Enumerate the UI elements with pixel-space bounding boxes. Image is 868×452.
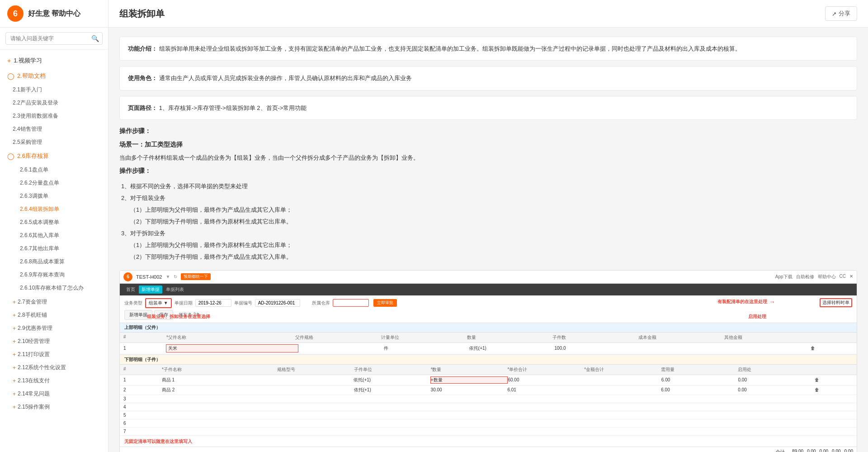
sidebar-item-docs[interactable]: ◯ 2.帮助文档 — [0, 69, 108, 83]
sidebar-item-cost-adjust[interactable]: 2.6.5成本调整单 — [0, 216, 108, 229]
sidebar-item-install[interactable]: 2.2产品安装及登录 — [0, 96, 108, 109]
sidebar-item-partial-stocktake[interactable]: 2.6.2分量盘点单 — [0, 176, 108, 190]
sidebar-header: 6 好生意 帮助中心 — [0, 0, 108, 28]
sidebar-item-ops[interactable]: + 2.10经营管理 — [0, 335, 108, 348]
ann2-text: 选择转料时单 — [820, 298, 852, 307]
intro-block: 功能介绍： 组装拆卸单用来处理企业组装或拆卸等加工业务，支持有固定装配清单的产品… — [119, 37, 857, 61]
lower-r1-name: 商品 1 — [162, 377, 277, 383]
sidebar-item-system[interactable]: + 2.12系统个性化设置 — [0, 361, 108, 374]
nav-section-video: + 1.视频学习 — [0, 53, 108, 68]
search-icon[interactable]: 🔍 — [91, 35, 99, 42]
annotation-1: 有装配清单的在这里处理 → — [717, 298, 775, 305]
upper-col-action — [810, 334, 853, 341]
lower-r1-enable: 0.00 — [738, 377, 815, 382]
sidebar-item-coupon[interactable]: + 2.9优惠券管理 — [0, 322, 108, 335]
annotation-4: 启用处理 — [748, 313, 766, 320]
mock-nav-items: 首页 新增单据 单据列表 — [123, 285, 187, 294]
mock-title-text: TEST-H002 — [136, 274, 162, 280]
mock-save-btn[interactable]: 立即审批 — [373, 299, 397, 307]
upper-col-spec: 父件规格 — [295, 334, 381, 341]
mock-date-input[interactable] — [195, 299, 231, 307]
mock-nav-list[interactable]: 单据列表 — [163, 285, 187, 294]
upper-r1-name[interactable]: 关米 — [166, 344, 298, 352]
intro-text: 组装拆卸单用来处理企业组装或拆卸等加工业务，支持有固定装配清单的产品加工业务，也… — [159, 45, 741, 52]
lower-r1-act[interactable]: 🗑 — [815, 377, 853, 382]
app-name: 好生意 帮助中心 — [28, 9, 80, 19]
page-title: 组装拆卸单 — [119, 8, 165, 20]
sidebar-item-video[interactable]: + 1.视频学习 — [0, 53, 108, 68]
sidebar-item-assembly[interactable]: 2.6.4组装拆卸单 — [0, 203, 108, 216]
ops-title: 操作步骤： — [119, 127, 857, 135]
mock-type-select[interactable]: 组装单 ▼ — [145, 298, 172, 308]
lower-r1-unit: 依托(+1) — [354, 377, 430, 383]
lower-r1-no: 1 — [123, 377, 162, 382]
step3-sub-list: （1）上部明细为父件明细，最终作为原材料生成其它出库单； （2）下部明细为子件明… — [121, 239, 857, 263]
help-icon: 自助检修 — [796, 274, 814, 280]
mock-upper-table: 上部明细（父件） # *父件名称 父件规格 计量单位 数量 子件数 成本金额 其… — [120, 323, 857, 354]
plus-icon-sm: + — [13, 299, 16, 305]
lower-r2-act[interactable]: 🗑 — [815, 387, 853, 392]
mock-dept-label: 所属仓库 — [312, 300, 330, 306]
minus-icon-inventory: ◯ — [7, 152, 14, 160]
plus-icon-sm3: + — [13, 325, 16, 332]
share-button[interactable]: ➚ 分享 — [825, 6, 857, 21]
lower-r1-qty[interactable]: +数量 — [430, 376, 508, 384]
mock-dept-input[interactable] — [333, 299, 369, 307]
sidebar-item-mobile[interactable]: + 2.8手机旺铺 — [0, 309, 108, 322]
sidebar-item-data-prep[interactable]: 2.3使用前数据准备 — [0, 109, 108, 123]
mock-lower-table: 下部明细（子件） # *子件名称 规格型号 子件单位 *数量 *单价合计 *金额… — [120, 355, 857, 436]
annotation-5-row: 无固定清单可以随意在这里填写入 — [120, 436, 857, 447]
annotation-3: 组装业务、拆卸业务在这里选择 — [147, 313, 210, 320]
mock-lower-header: # *子件名称 规格型号 子件单位 *数量 *单价合计 *金额合计 需用量 启用… — [120, 365, 857, 375]
plus-icon: + — [7, 57, 11, 64]
sidebar-nav: + 1.视频学习 ◯ 2.帮助文档 2.1新手入门 2.2产品安装及登录 2.3… — [0, 50, 108, 452]
sidebar-item-inventory[interactable]: ◯ 2.6库存核算 — [0, 149, 108, 163]
sidebar-item-purchase[interactable]: 2.5采购管理 — [0, 136, 108, 149]
sidebar-item-payment[interactable]: + 2.13在线支付 — [0, 374, 108, 387]
close-icon[interactable]: ✕ — [849, 274, 853, 280]
logo-icon: 6 — [7, 5, 24, 22]
mock-num-input[interactable] — [255, 299, 300, 307]
lower-r2-enable: 0.00 — [738, 387, 815, 392]
sidebar-item-print[interactable]: + 2.11打印设置 — [0, 348, 108, 361]
upper-r1-unit: 件 — [384, 345, 469, 352]
search-box: 🔍 — [0, 28, 108, 50]
lower-col-amount: *金额合计 — [584, 366, 661, 373]
upper-col-no: # — [123, 334, 166, 341]
upper-r1-action[interactable]: 🗑 — [811, 346, 853, 351]
plus-icon-sm9: + — [13, 404, 16, 410]
sidebar-item-newbie[interactable]: 2.1新手入门 — [0, 83, 108, 96]
mock-footer: 合计 89.00 0.00 0.00 0.00 0.00 — [120, 447, 857, 452]
sidebar-item-faq[interactable]: + 2.14常见问题 — [0, 387, 108, 400]
upper-r1-qty: 依托(+1) — [469, 345, 555, 352]
sidebar-item-sales[interactable]: 2.4销售管理 — [0, 123, 108, 136]
sidebar-item-stocktake[interactable]: 2.6.1盘点单 — [0, 163, 108, 176]
mock-screen: 6 TEST-H002 ▼ ↻ 预期都统一下 App下载 自助检修 帮助中心 C… — [120, 271, 857, 452]
upper-r1-no: 1 — [123, 346, 166, 351]
sidebar-item-stock-fix[interactable]: 2.6.10库存账本错了怎么办 — [0, 281, 108, 295]
sidebar-item-other-out[interactable]: 2.6.7其他出库单 — [0, 242, 108, 255]
path-block: 页面路径： 1、库存核算->库存管理->组装拆卸单 2、首页->常用功能 — [119, 96, 857, 120]
mock-refresh-icon: ↻ — [174, 274, 177, 279]
path-text: 1、库存核算->库存管理->组装拆卸单 2、首页->常用功能 — [159, 105, 307, 111]
plus-icon-sm4: + — [13, 338, 16, 345]
search-input[interactable] — [5, 32, 103, 45]
mock-titlebar-right: App下载 自助检修 帮助中心 CC ✕ — [775, 274, 853, 280]
lower-row-4: 4 — [120, 403, 857, 411]
mock-nav-new[interactable]: 新增单据 — [139, 285, 162, 294]
sidebar-item-stock-ledger[interactable]: 2.6.9库存账本查询 — [0, 268, 108, 281]
lower-r2-qty: 30.00 — [431, 387, 508, 392]
upper-r1-sub: 100.0 — [555, 346, 640, 351]
mock-lower-section-label: 下部明细（子件） — [120, 355, 857, 365]
sidebar-item-cost-recalc[interactable]: 2.6.8商品成本重算 — [0, 255, 108, 268]
sidebar-item-finance[interactable]: + 2.7资金管理 — [0, 295, 108, 309]
lower-row-6: 6 — [120, 419, 857, 428]
nav-children-docs: 2.1新手入门 2.2产品安装及登录 2.3使用前数据准备 2.4销售管理 2.… — [0, 83, 108, 414]
mock-titlebar-btn[interactable]: 预期都统一下 — [181, 273, 211, 280]
sidebar-item-transfer[interactable]: 2.6.3调拨单 — [0, 190, 108, 203]
sidebar-item-other-in[interactable]: 2.6.6其他入库单 — [0, 229, 108, 242]
sidebar-item-cases[interactable]: + 2.15操作案例 — [0, 400, 108, 414]
mock-nav-home[interactable]: 首页 — [123, 285, 138, 294]
help-center-icon: 帮助中心 — [818, 274, 836, 280]
nav-section-inventory: ◯ 2.6库存核算 2.6.1盘点单 2.6.2分量盘点单 2.6.3调拨单 — [0, 149, 108, 295]
